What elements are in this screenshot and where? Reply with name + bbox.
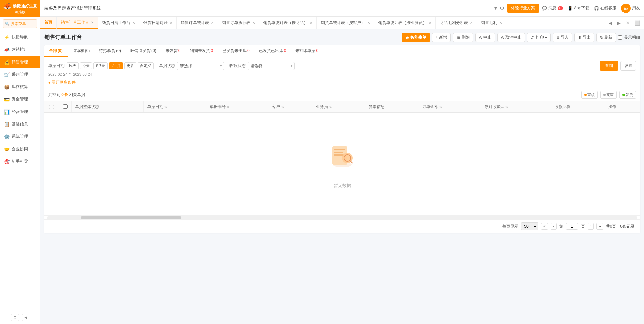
tab-sales-extra[interactable]: 销售毛利 ✕ (477, 17, 506, 29)
sort-date-icon[interactable]: ⇅ (164, 105, 167, 109)
sort-cumulative-icon[interactable]: ⇅ (505, 105, 508, 109)
date-more-btn[interactable]: 更多 (124, 62, 136, 69)
query-btn[interactable]: 查询 (600, 61, 618, 71)
date-custom-btn[interactable]: 自定义 (138, 62, 154, 69)
tabs-restore-btn[interactable]: ⬜ (633, 19, 641, 26)
stop-btn[interactable]: ⊙ 中止 (475, 33, 495, 42)
tab-close-sales-summary-staff[interactable]: ✕ (429, 21, 431, 25)
tab-sales-summary-staff[interactable]: 销货单统计表（按业务员） ✕ (374, 17, 436, 29)
next-page-btn[interactable]: › (588, 223, 594, 230)
online-service-btn[interactable]: 🎧 在线客服 (594, 5, 616, 11)
sidebar-item-basic[interactable]: 📋 基础信息 (0, 118, 40, 130)
smart-create-btn[interactable]: ★ 智能生单 (402, 33, 430, 42)
filter-tab-pending-inspect[interactable]: 待拣验货(0) (94, 45, 126, 57)
first-page-btn[interactable]: « (541, 223, 548, 230)
tab-cash-reconcile[interactable]: 钱货日清对账 ✕ (139, 17, 177, 29)
tab-sales-summary-customer[interactable]: 销货单统计表（按客户） ✕ (317, 17, 374, 29)
filter-tab-all[interactable]: 全部(0) (44, 45, 68, 57)
status-select[interactable]: 请选择 (177, 62, 224, 70)
print-btn[interactable]: 🖨 打印 ▾ (527, 33, 551, 42)
filter-tab-shipped-not-out[interactable]: 已发货未出库0 (218, 45, 254, 57)
sidebar-item-system[interactable]: ⚙️ 系统管理 (0, 130, 40, 143)
tabs-next-btn[interactable]: ▶ (616, 19, 622, 26)
last-page-btn[interactable]: » (596, 223, 603, 230)
tab-close-cash-reconcile[interactable]: ✕ (170, 21, 172, 25)
app-download-btn[interactable]: 📱 App下载 (568, 5, 589, 11)
scrollbar-thumb[interactable] (81, 216, 181, 219)
tabs-prev-btn[interactable]: ◀ (607, 19, 614, 26)
sort-staff-icon[interactable]: ⇅ (329, 105, 332, 109)
per-page-select[interactable]: 10 20 50 100 (521, 222, 538, 230)
select-all-checkbox[interactable] (63, 104, 68, 109)
import-btn[interactable]: ⬇ 导入 (553, 33, 572, 42)
tab-close-sales-exec[interactable]: ✕ (252, 21, 255, 25)
setting-btn[interactable]: 设置 (620, 61, 636, 71)
sidebar-item-quick-nav[interactable]: ⚡ 快捷导航 (0, 31, 40, 43)
tab-close-sales-extra[interactable]: ✕ (499, 21, 502, 25)
tab-close-sales-order[interactable]: ✕ (91, 21, 94, 24)
sidebar-collapse-btn[interactable]: ◀ (22, 314, 29, 321)
filter-tab-pending-review[interactable]: 待审核(0) (68, 45, 95, 57)
filter-tab-shipped-out[interactable]: 已发货已出库0 (254, 45, 291, 57)
col-ratio: 收款比例 (551, 101, 605, 113)
svg-rect-3 (334, 152, 343, 153)
sidebar-item-inventory[interactable]: 📦 库存核算 (0, 81, 40, 93)
sidebar-item-operations[interactable]: 📊 经营管理 (0, 106, 40, 118)
tab-close-sales-summary-customer[interactable]: ✕ (367, 21, 370, 25)
topbar-settings-icon[interactable]: ▾ (494, 5, 497, 11)
filter-tab-expired-not-shipped[interactable]: 到期未发货0 (185, 45, 218, 57)
tabs-close-all-btn[interactable]: ✕ (624, 19, 631, 26)
unapprove-btn[interactable]: 充审 (600, 91, 617, 99)
sidebar-item-purchase[interactable]: 🛒 采购管理 (0, 68, 40, 81)
tab-close-product-profit[interactable]: ✕ (470, 21, 473, 25)
sidebar-item-sales[interactable]: 💰 销售管理 (0, 56, 40, 68)
page-input[interactable] (566, 223, 578, 230)
date-yesterday-btn[interactable]: 昨天 (67, 62, 79, 69)
tab-close-cash-daily[interactable]: ✕ (132, 21, 135, 25)
empty-state: 暂无数据 (44, 113, 640, 215)
filter-tab-not-shipped[interactable]: 未发货0 (161, 45, 185, 57)
sidebar-item-enterprise[interactable]: 🤝 企业协同 (0, 143, 40, 155)
tab-sales-stat[interactable]: 销售订单统计表 ✕ (177, 17, 218, 29)
tab-cash-daily[interactable]: 钱货日清工作台 ✕ (98, 17, 139, 29)
date-7days-btn[interactable]: 近7天 (93, 62, 108, 69)
filter-tab-not-printed[interactable]: 未打印单据0 (291, 45, 323, 57)
sidebar-item-finance[interactable]: 💳 资金管理 (0, 93, 40, 106)
tab-close-sales-summary-product[interactable]: ✕ (310, 21, 312, 25)
industry-btn[interactable]: 体验行业方案 (507, 4, 539, 13)
show-detail-checkbox[interactable] (618, 35, 622, 40)
export-btn[interactable]: ⬆ 导出 (574, 33, 594, 42)
sort-amount-icon[interactable]: ⇅ (439, 105, 442, 109)
tab-close-sales-stat[interactable]: ✕ (211, 21, 214, 25)
tab-home[interactable]: 首页 (40, 17, 57, 29)
sort-number-icon[interactable]: ⇅ (227, 105, 229, 109)
date-1month-btn[interactable]: 近1月 (109, 62, 123, 69)
tab-sales-summary-product[interactable]: 销货单统计表（按商品） ✕ (259, 17, 317, 29)
sidebar-item-marketing[interactable]: 📣 营销推广 (0, 43, 40, 56)
tab-sales-exec[interactable]: 销售订单执行表 ✕ (218, 17, 259, 29)
sort-customer-icon[interactable]: ⇅ (281, 105, 284, 109)
topbar-gear-icon[interactable]: ⚙ (500, 5, 504, 11)
tab-sales-order-workbench[interactable]: 销售订单工作台 ✕ (57, 17, 98, 29)
scrollbar-area[interactable] (44, 215, 640, 219)
prev-page-btn[interactable]: ‹ (551, 223, 557, 230)
sidebar-settings-btn[interactable]: ⚙ (11, 314, 19, 321)
search-menu-button[interactable]: 🔍 搜索菜单 (3, 19, 37, 28)
user-menu-btn[interactable]: Ea 用友 (621, 4, 640, 13)
sidebar-item-guide[interactable]: 🎯 新手引导 (0, 155, 40, 168)
delete-btn[interactable]: 🗑 删除 (453, 33, 473, 42)
new-btn[interactable]: + 新增 (432, 33, 451, 42)
show-detail-label[interactable]: 显示明细 (618, 35, 640, 40)
filter-tab-wangpu[interactable]: 旺铺待发货(0) (126, 45, 161, 57)
refresh-btn[interactable]: ↻ 刷新 (596, 33, 616, 42)
approve-btn[interactable]: 审核 (581, 91, 598, 99)
date-today-btn[interactable]: 今天 (80, 62, 92, 69)
cancel-stop-btn[interactable]: ⊚ 取消中止 (497, 33, 525, 42)
expand-btn[interactable]: ▾ 展开更多条件 (48, 80, 76, 85)
tab-product-profit[interactable]: 商品毛利分析表 ✕ (436, 17, 477, 29)
ship-btn[interactable]: 发货 (619, 91, 636, 99)
star-icon: ★ (405, 35, 409, 40)
message-btn[interactable]: 💬 消息 6 (542, 5, 563, 11)
content-area: 销售订单工作台 ★ 智能生单 + 新增 🗑 删除 ⊙ 中止 (40, 29, 644, 324)
payment-select[interactable]: 请选择 (248, 62, 295, 70)
